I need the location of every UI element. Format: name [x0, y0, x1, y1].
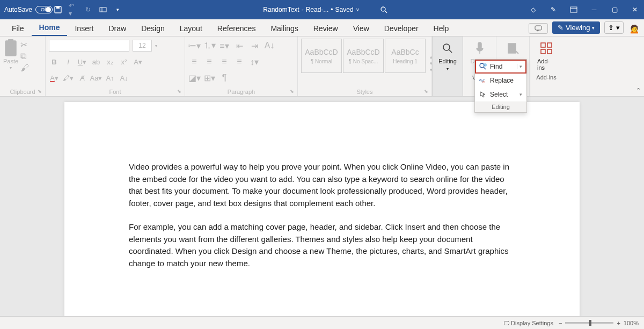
- editing-dropdown-label: Editing: [475, 101, 526, 112]
- zoom-out-icon[interactable]: −: [559, 320, 562, 326]
- styles-label: Styles: [357, 89, 373, 95]
- dialog-launcher-icon[interactable]: ⬊: [424, 89, 428, 94]
- tab-home[interactable]: Home: [32, 20, 68, 36]
- tab-layout[interactable]: Layout: [172, 21, 210, 36]
- search-icon[interactable]: [380, 6, 387, 13]
- borders-button: ⊞▾: [203, 72, 215, 83]
- addins-label: Add-ins: [537, 58, 555, 71]
- comments-button[interactable]: [529, 23, 548, 34]
- editing-label: Editing: [438, 58, 457, 64]
- justify-button: ≡: [233, 56, 245, 67]
- svg-rect-2: [100, 8, 106, 12]
- decrease-indent-button: ⇤: [233, 40, 245, 51]
- doc-name: RandomText: [263, 6, 299, 13]
- tab-draw[interactable]: Draw: [101, 21, 134, 36]
- addins-button[interactable]: Add-ins: [533, 39, 560, 73]
- group-styles: AaBbCcD¶ Normal AaBbCcD¶ No Spac... AaBb…: [298, 36, 432, 96]
- dialog-launcher-icon[interactable]: ⬊: [177, 89, 181, 94]
- maximize-icon[interactable]: ▢: [610, 5, 619, 14]
- dialog-launcher-icon[interactable]: ⬊: [290, 89, 294, 94]
- minimize-icon[interactable]: ─: [589, 5, 599, 14]
- ribbon-tabs: File Home Insert Draw Design Layout Refe…: [0, 19, 644, 36]
- autosave-label: AutoSave: [4, 6, 32, 13]
- select-menu-item[interactable]: Select ▾: [475, 87, 526, 101]
- undo-icon[interactable]: ↶ ▾: [69, 5, 77, 14]
- paste-button: Paste ▾: [3, 39, 18, 87]
- zoom-slider[interactable]: [565, 322, 613, 324]
- select-icon: [479, 91, 487, 98]
- tab-review[interactable]: Review: [306, 21, 346, 36]
- paste-label: Paste: [3, 58, 18, 64]
- document-area[interactable]: Video provides a powerful way to help yo…: [0, 97, 644, 316]
- viewing-label: Viewing: [566, 24, 590, 32]
- tab-insert[interactable]: Insert: [67, 21, 101, 36]
- user-account-icon[interactable]: 🙍: [629, 24, 640, 34]
- clipboard-label: Clipboard: [10, 89, 35, 95]
- group-editing: Editing ▾: [432, 36, 463, 96]
- tab-mailings[interactable]: Mailings: [263, 21, 305, 36]
- microphone-icon: [472, 41, 487, 56]
- increase-indent-button: ⇥: [248, 40, 260, 51]
- align-center-button: ≡: [203, 56, 215, 67]
- copy-icon: ⧉: [20, 52, 30, 60]
- group-font: 12 ▾ B I U▾ ab x₂ x² A▾ A▾ 🖍▾ A̸ Aa▾ A↑ …: [46, 36, 185, 96]
- format-painter-icon: 🖌: [20, 63, 30, 72]
- tab-help[interactable]: Help: [426, 21, 457, 36]
- display-settings-button[interactable]: 🖵 Display Settings: [503, 320, 553, 326]
- replace-icon: ac: [479, 77, 487, 84]
- find-split-arrow[interactable]: ▾: [517, 64, 522, 69]
- search-icon: [440, 41, 455, 56]
- touch-mode-icon[interactable]: [99, 5, 107, 14]
- find-icon: [479, 63, 487, 70]
- editing-button[interactable]: Editing ▾: [436, 39, 459, 74]
- zoom-in-icon[interactable]: +: [617, 320, 620, 326]
- show-marks-button: ¶: [218, 72, 230, 83]
- redo-icon[interactable]: ↻: [84, 5, 92, 14]
- cut-icon: ✂: [20, 40, 30, 48]
- svg-line-5: [385, 11, 387, 13]
- svg-rect-6: [570, 7, 577, 12]
- paragraph-2[interactable]: For example, you can add a matching cove…: [129, 221, 515, 269]
- svg-point-4: [381, 7, 385, 11]
- grow-font-button: A↑: [105, 72, 115, 83]
- title-dropdown-icon[interactable]: ∨: [356, 7, 360, 12]
- sort-button: A↓: [264, 40, 275, 51]
- style-nospacing: AaBbCcD¶ No Spac...: [343, 39, 384, 73]
- svg-rect-10: [8, 39, 13, 42]
- viewing-mode-button[interactable]: ✎ Viewing ▾: [552, 21, 600, 34]
- subscript-button: x₂: [105, 56, 115, 67]
- svg-rect-9: [5, 41, 16, 56]
- svg-line-21: [484, 67, 486, 69]
- save-icon[interactable]: [54, 5, 62, 14]
- zoom-control[interactable]: − + 100%: [559, 320, 639, 326]
- tab-view[interactable]: View: [346, 21, 377, 36]
- svg-point-22: [484, 63, 487, 67]
- find-label: Find: [490, 63, 502, 70]
- tab-file[interactable]: File: [4, 21, 32, 36]
- autosave-switch-off[interactable]: [35, 6, 53, 13]
- bullets-button: ≔▾: [188, 40, 200, 51]
- tab-design[interactable]: Design: [134, 21, 172, 36]
- diamond-icon[interactable]: ◇: [528, 5, 538, 14]
- close-icon[interactable]: ✕: [630, 5, 640, 14]
- svg-point-20: [480, 63, 484, 68]
- find-menu-item[interactable]: Find ▾: [475, 60, 526, 74]
- tab-developer[interactable]: Developer: [377, 21, 426, 36]
- dialog-launcher-icon[interactable]: ⬊: [38, 89, 42, 94]
- paste-icon: [3, 39, 18, 57]
- group-paragraph: ≔▾ ⒈▾ ≡▾ ⇤ ⇥ A↓ ≡ ≡ ≡ ≡ ↕▾ ◪▾ ⊞▾ ¶ Parag…: [185, 36, 298, 96]
- paragraph-1[interactable]: Video provides a powerful way to help yo…: [129, 161, 515, 209]
- replace-menu-item[interactable]: ac Replace: [475, 74, 526, 87]
- editing-dropdown: Find ▾ ac Replace Select ▾ Editing: [474, 59, 527, 113]
- qat-dropdown-icon[interactable]: ▾: [114, 5, 122, 14]
- zoom-level[interactable]: 100%: [624, 320, 639, 326]
- select-label: Select: [490, 91, 508, 98]
- pencil-icon[interactable]: ✎: [548, 5, 558, 14]
- autosave-toggle[interactable]: AutoSave Off: [4, 6, 47, 13]
- tab-references[interactable]: References: [210, 21, 264, 36]
- share-button[interactable]: ⇪ ▾: [604, 21, 624, 34]
- addins-icon: [539, 41, 554, 56]
- collapse-ribbon-icon[interactable]: ⌃: [636, 87, 641, 94]
- select-split-arrow[interactable]: ▾: [517, 92, 522, 97]
- ribbon-display-icon[interactable]: [569, 5, 579, 14]
